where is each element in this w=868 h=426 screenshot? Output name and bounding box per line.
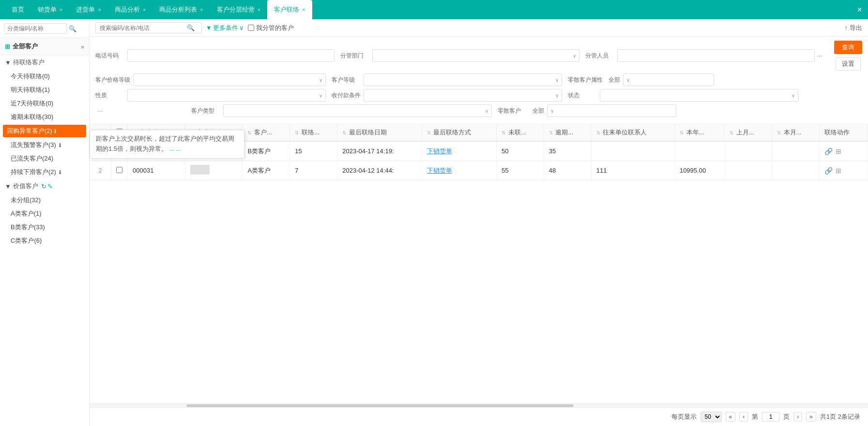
th-this-year[interactable]: ⇅ 本年... [674, 124, 724, 141]
row-this-month-0 [772, 141, 819, 161]
scattered-attr-select[interactable]: ∨ [623, 73, 714, 86]
sidebar-item-class-b[interactable]: B类客户(33) [0, 220, 89, 234]
th-uncontacted[interactable]: ⇅ 未联... [496, 124, 544, 141]
scattered-attr-label: 零散客户属性 [568, 76, 603, 84]
nature-label: 性质 [95, 91, 124, 100]
scattered-customer-select[interactable]: ∨ [547, 104, 676, 117]
th-last-contact-date[interactable]: ⇅ 最后联络日期 [337, 124, 422, 141]
sidebar-item-class-a[interactable]: A类客户(1) [0, 207, 89, 220]
sort-type-icon: ⇅ [247, 130, 251, 135]
close-sales-order[interactable]: × [60, 7, 62, 13]
pending-contact-group[interactable]: ▼ 待联络客户 [0, 55, 89, 70]
page-number-input[interactable] [762, 412, 779, 422]
sidebar-item-declining[interactable]: 持续下滑客户(2) ℹ [0, 165, 89, 179]
scrollbar-thumb[interactable] [186, 404, 574, 407]
sidebar-search-icon[interactable]: 🔍 [69, 25, 76, 32]
close-product-analysis[interactable]: × [143, 7, 146, 13]
th-customer-type[interactable]: ⇅ 客户... [243, 124, 290, 141]
sidebar-item-ungrouped[interactable]: 未分组(32) [0, 193, 89, 207]
dept-select[interactable]: ∨ [372, 49, 579, 62]
my-customers-checkbox-container: 我分管的客户 [248, 24, 294, 32]
nav-product-analysis[interactable]: 商品分析 × [108, 0, 152, 19]
search-bar-icon[interactable]: 🔍 [187, 24, 195, 31]
settings-button[interactable]: 设置 [836, 57, 861, 71]
action-link-icon-1[interactable]: 🔗 [824, 167, 833, 175]
nav-sales-order[interactable]: 销货单 × [31, 0, 69, 19]
th-overdue[interactable]: ⇅ 逾期... [544, 124, 591, 141]
all-customers-header[interactable]: ⊞ 全部客户 » [0, 38, 89, 55]
sidebar-item-overdue-contact[interactable]: 逾期未联络(30) [0, 110, 89, 124]
my-customers-checkbox[interactable] [248, 25, 254, 31]
action-link-icon-0[interactable]: 🔗 [824, 147, 833, 155]
row-last-contact-method-1[interactable]: 下销货单 [422, 161, 496, 180]
last-page-button[interactable]: » [806, 412, 816, 422]
next-page-button[interactable]: › [793, 412, 802, 422]
row-select-checkbox-1[interactable] [116, 167, 122, 173]
close-customer-layered[interactable]: × [258, 7, 260, 13]
row-last-month-0 [724, 141, 772, 161]
sidebar-item-repurchase-abnormal[interactable]: 回购异常客户(2) ℹ [3, 125, 86, 137]
row-overdue-0: 35 [544, 141, 591, 161]
close-customer-contact[interactable]: × [302, 7, 305, 13]
value-customers-group[interactable]: ▼ 价值客户 ↻ ✎ [0, 179, 89, 193]
action-grid-icon-0[interactable]: ⊞ [836, 147, 841, 155]
sidebar-search-input[interactable] [4, 23, 67, 34]
value-refresh-icon[interactable]: ↻ [41, 183, 46, 190]
filter-bar: 🔍 ▼ 更多条件 ∨ 我分管的客户 ↑ 导出 [90, 19, 868, 37]
sidebar-item-class-c[interactable]: C类客户(6) [0, 234, 89, 248]
close-purchase-order[interactable]: × [98, 7, 101, 13]
person-dots-icon[interactable]: ··· [817, 52, 822, 59]
filter-cell-nature: 性质 ∨ [95, 89, 326, 102]
value-edit-icon[interactable]: ✎ [47, 183, 53, 190]
row-company-contact-0 [591, 141, 674, 161]
nav-customer-layered[interactable]: 客户分层经营 × [210, 0, 267, 19]
row-actions-0: 🔗 ⊞ [819, 141, 868, 161]
close-window-button[interactable]: × [857, 5, 862, 15]
sort-company-icon: ⇅ [596, 130, 600, 135]
nature-select[interactable]: ∨ [127, 89, 326, 102]
nav-purchase-order[interactable]: 进货单 × [69, 0, 107, 19]
th-contact-count[interactable]: ⇅ 联络... [290, 124, 337, 141]
export-button[interactable]: ↑ 导出 [845, 24, 863, 32]
tooltip-more-link[interactable]: ... [169, 145, 174, 152]
nav-product-analysis-list[interactable]: 商品分析列表 × [152, 0, 210, 19]
tooltip-popup: 距客户上次交易时长，超过了此客户的平均交易周期的1.5倍，则视为异常。 ... [90, 130, 244, 159]
dept-arrow-icon: ∨ [573, 53, 576, 59]
status-select[interactable]: ∨ [600, 89, 798, 102]
prev-page-button[interactable]: ‹ [739, 412, 748, 422]
sidebar-item-already-lost[interactable]: 已流失客户(24) [0, 152, 89, 165]
person-input[interactable] [617, 49, 815, 62]
row-last-contact-method-0[interactable]: 下销货单 [422, 141, 496, 161]
row4-dots-icon[interactable]: ··· [97, 107, 103, 115]
nav-home[interactable]: 首页 [5, 0, 31, 19]
payment-select[interactable]: ∨ [364, 89, 562, 102]
th-this-month[interactable]: ⇅ 本月... [772, 124, 819, 141]
query-button[interactable]: 查询 [834, 41, 862, 54]
collapse-sidebar-btn[interactable]: » [81, 43, 84, 50]
th-last-month[interactable]: ⇅ 上月... [724, 124, 772, 141]
search-input[interactable] [100, 25, 187, 31]
horizontal-scrollbar[interactable] [90, 403, 868, 407]
sidebar-item-today-pending[interactable]: 今天待联络(0) [0, 70, 89, 83]
first-page-button[interactable]: « [726, 412, 736, 422]
row-customer-type-1: A类客户 [243, 161, 290, 180]
more-conditions-button[interactable]: ▼ 更多条件 ∨ [206, 24, 244, 32]
row-this-year-1: 10995.00 [674, 161, 724, 180]
price-level-select[interactable]: ∨ [133, 73, 326, 86]
page-size-select[interactable]: 50 [700, 411, 722, 422]
sidebar-item-7day-pending[interactable]: 近7天待联络(0) [0, 97, 89, 110]
row-last-contact-date-1: 2023-04-12 14:44: [337, 161, 422, 180]
sidebar-item-lost-preview[interactable]: 流失预警客户(3) ℹ [0, 138, 89, 152]
sidebar-item-tomorrow-pending[interactable]: 明天待联络(1) [0, 83, 89, 97]
filter-cell-scattered-customer: 零散客户 全部 ∨ [498, 104, 798, 117]
customer-level-select[interactable]: ∨ [364, 73, 562, 86]
close-product-analysis-list[interactable]: × [200, 7, 203, 13]
th-company-contact[interactable]: ⇅ 往来单位联系人 [591, 124, 674, 141]
customer-type-select[interactable]: ∨ [223, 104, 492, 117]
action-grid-icon-1[interactable]: ⊞ [836, 167, 841, 175]
row-customer-type-0: B类客户 [243, 141, 290, 161]
sort-overdue-icon: ⇅ [549, 130, 553, 135]
nav-customer-contact[interactable]: 客户联络 × [267, 0, 312, 19]
th-last-contact-method[interactable]: ⇅ 最后联络方式 [422, 124, 496, 141]
phone-input[interactable] [127, 49, 335, 62]
